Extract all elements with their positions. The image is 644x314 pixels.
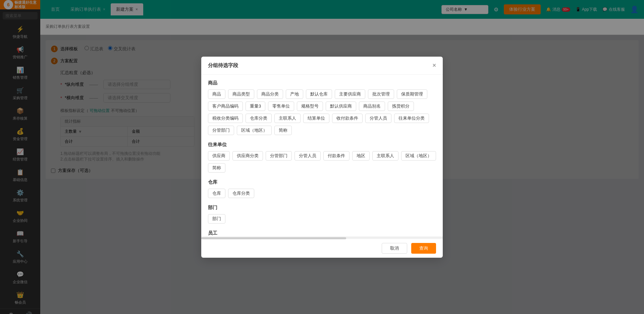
modal-overlay: 分组待选字段 × 商品 商品 商品类型 商品分类 产地 默认仓库 主要供应商 批… <box>0 0 644 314</box>
group-field-modal: 分组待选字段 × 商品 商品 商品类型 商品分类 产地 默认仓库 主要供应商 批… <box>201 57 443 258</box>
field-managed-dept[interactable]: 分管部门 <box>266 151 292 161</box>
modal-header: 分组待选字段 × <box>201 57 443 75</box>
field-dept-managed[interactable]: 分管部门 <box>208 126 234 135</box>
section-product: 商品 商品 商品类型 商品分类 产地 默认仓库 主要供应商 批次管理 保质期管理… <box>208 80 436 135</box>
field-supplier-category[interactable]: 供应商分类 <box>232 151 263 161</box>
modal-horizontal-scrollbar[interactable] <box>201 237 443 239</box>
field-warehouse-cat[interactable]: 仓库分类 <box>228 189 254 198</box>
section-counterpart: 往来单位 供应商 供应商分类 分管部门 分管人员 付款条件 地区 主联系人 区域… <box>208 142 436 173</box>
scrollbar-thumb <box>201 237 346 239</box>
section-staff: 员工 业务员 <box>208 230 436 237</box>
field-abbr-product[interactable]: 简称 <box>274 126 292 135</box>
cancel-button[interactable]: 取消 <box>382 243 407 254</box>
section-warehouse: 仓库 仓库 仓库分类 <box>208 179 436 198</box>
field-area[interactable]: 地区 <box>352 151 370 161</box>
field-default-warehouse[interactable]: 默认仓库 <box>306 89 332 99</box>
field-main-contact-counterpart[interactable]: 主联系人 <box>372 151 398 161</box>
field-payment-terms[interactable]: 收付款条件 <box>332 114 363 123</box>
modal-body[interactable]: 商品 商品 商品类型 商品分类 产地 默认仓库 主要供应商 批次管理 保质期管理… <box>201 75 443 237</box>
field-retail-unit[interactable]: 零售单位 <box>268 102 294 111</box>
field-spec-model[interactable]: 规格型号 <box>297 102 323 111</box>
field-warehouse-category[interactable]: 仓库分类 <box>246 114 272 123</box>
field-payment-condition[interactable]: 付款条件 <box>323 151 350 161</box>
field-expiry-mgmt[interactable]: 保质期管理 <box>397 89 427 99</box>
modal-footer: 取消 查询 <box>201 239 443 258</box>
field-counterpart-category[interactable]: 往来单位分类 <box>394 114 429 123</box>
section-product-title: 商品 <box>208 80 436 86</box>
field-region-product[interactable]: 区域（地区） <box>237 126 272 135</box>
section-dept-title: 部门 <box>208 205 436 211</box>
field-product[interactable]: 商品 <box>208 89 225 99</box>
field-default-supplier[interactable]: 默认供应商 <box>326 102 356 111</box>
field-abbr-counterpart[interactable]: 简称 <box>208 163 225 173</box>
field-pick-points[interactable]: 拣货积分 <box>388 102 414 111</box>
warehouse-fields: 仓库 仓库分类 <box>208 189 436 198</box>
section-warehouse-title: 仓库 <box>208 179 436 185</box>
field-product-alias[interactable]: 商品别名 <box>359 102 385 111</box>
field-settlement-unit[interactable]: 结算单位 <box>303 114 329 123</box>
field-region-counterpart[interactable]: 区域（地区） <box>401 151 436 161</box>
field-dept[interactable]: 部门 <box>208 214 225 224</box>
field-customer-code[interactable]: 客户商品编码 <box>208 102 243 111</box>
field-main-supplier[interactable]: 主要供应商 <box>335 89 365 99</box>
field-main-contact[interactable]: 主联系人 <box>274 114 301 123</box>
modal-title: 分组待选字段 <box>208 62 238 69</box>
section-staff-title: 员工 <box>208 230 436 236</box>
section-dept: 部门 部门 <box>208 205 436 224</box>
field-managed-person[interactable]: 分管人员 <box>294 151 321 161</box>
field-warehouse[interactable]: 仓库 <box>208 189 225 198</box>
section-counterpart-title: 往来单位 <box>208 142 436 148</box>
field-batch-mgmt[interactable]: 批次管理 <box>368 89 394 99</box>
counterpart-fields: 供应商 供应商分类 分管部门 分管人员 付款条件 地区 主联系人 区域（地区） … <box>208 151 436 173</box>
dept-fields: 部门 <box>208 214 436 224</box>
field-weight3[interactable]: 重量3 <box>246 102 265 111</box>
field-supplier[interactable]: 供应商 <box>208 151 230 161</box>
field-product-type[interactable]: 商品类型 <box>228 89 254 99</box>
field-product-category[interactable]: 商品分类 <box>257 89 283 99</box>
product-fields: 商品 商品类型 商品分类 产地 默认仓库 主要供应商 批次管理 保质期管理 客户… <box>208 89 436 135</box>
confirm-button[interactable]: 查询 <box>411 243 436 254</box>
field-tax-code[interactable]: 税收分类编码 <box>208 114 243 123</box>
field-supervisor[interactable]: 分管人员 <box>365 114 391 123</box>
field-origin[interactable]: 产地 <box>286 89 303 99</box>
modal-close-button[interactable]: × <box>432 62 436 69</box>
